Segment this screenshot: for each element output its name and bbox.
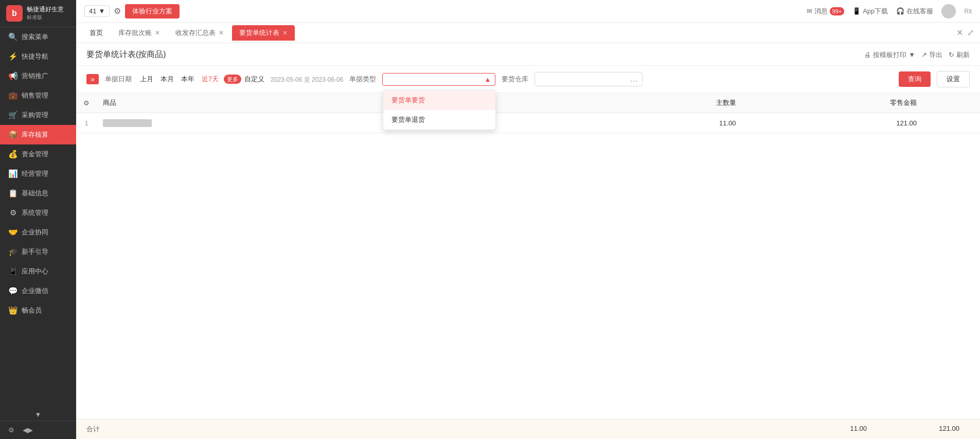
data-table-wrap: ⚙ 商品 主计量单位 主数量 零售金额 1 ██████ 块 11.00 121… [76, 93, 980, 419]
sidebar-item-guide[interactable]: 🎓新手引导 [0, 242, 76, 262]
company-selector[interactable]: 41 ▼ [84, 5, 110, 17]
summary-amount: 121.00 [918, 425, 959, 434]
sidebar-label-marketing: 营销推广 [22, 71, 48, 81]
main-area: 41 ▼ ⚙ 体验行业方案 ✉ 消息 99+ 📱 App下载 🎧 在线客服 Ri… [76, 0, 980, 439]
sidebar-item-finance[interactable]: 💰资金管理 [0, 144, 76, 164]
tab-close-3[interactable]: ✕ [282, 29, 288, 36]
warehouse-filter-label: 要货仓库 [502, 75, 528, 84]
row-product-0: ██████ [97, 113, 381, 133]
type-filter-arrow-icon[interactable]: ▲ [485, 76, 491, 83]
table-row: 1 ██████ 块 11.00 121.00 [76, 113, 980, 133]
sidebar-menu: 🔍搜索菜单⚡快捷导航📢营销推广💼销售管理🛒采购管理📦库存核算💰资金管理📊经营管理… [0, 27, 76, 409]
sidebar-item-search[interactable]: 🔍搜索菜单 [0, 27, 76, 47]
warehouse-filter-input[interactable]: … [534, 72, 643, 86]
type-filter-input-wrap: ▲ 要货单要货要货单退货 [382, 73, 495, 86]
row-amount-0: 121.00 [742, 113, 923, 133]
export-label: 导出 [929, 50, 942, 60]
avatar[interactable] [941, 4, 956, 19]
sidebar-label-wechat: 企业微信 [22, 286, 48, 296]
sidebar-label-inventory: 库存核算 [22, 130, 48, 139]
search-icon: 🔍 [8, 32, 17, 42]
sidebar-item-sales[interactable]: 💼销售管理 [0, 86, 76, 105]
date-option-this-month[interactable]: 本月 [158, 74, 176, 85]
dropdown-item-0[interactable]: 要货单要货 [383, 90, 495, 110]
more-icon[interactable]: … [630, 75, 638, 84]
date-option-this-year[interactable]: 本年 [179, 74, 197, 85]
page-header: 要货单统计表(按商品) 🖨 按模板打印 ▼ ↗ 导出 ↻ 刷新 [76, 43, 980, 66]
sales-icon: 💼 [8, 91, 17, 100]
summary-quantity: 11.00 [826, 425, 867, 434]
message-label: 消息 [814, 7, 828, 16]
set-button[interactable]: 设置 [937, 71, 970, 87]
refresh-action[interactable]: ↻ 刷新 [949, 50, 970, 60]
warehouse-input[interactable] [539, 76, 626, 83]
sidebar-item-operation[interactable]: 📊经营管理 [0, 164, 76, 184]
logo-icon: b [6, 5, 23, 22]
tab-expand-icon[interactable]: ⤢ [967, 28, 974, 38]
query-button[interactable]: 查询 [899, 71, 931, 87]
sidebar-item-wechat[interactable]: 💬企业微信 [0, 281, 76, 301]
sidebar-item-appstore[interactable]: 📱应用中心 [0, 262, 76, 281]
date-option-last-month[interactable]: 上月 [138, 74, 155, 85]
tab-close-all-icon[interactable]: ✕ [956, 28, 963, 38]
topbar-settings-icon[interactable]: ⚙ [114, 6, 121, 16]
sidebar-item-inventory[interactable]: 📦库存核算 [0, 125, 76, 144]
sidebar-item-quick-nav[interactable]: ⚡快捷导航 [0, 47, 76, 66]
sidebar-item-system[interactable]: ⚙系统管理 [0, 203, 76, 223]
tab-2[interactable]: 收发存汇总表 ✕ [168, 25, 231, 41]
col-settings[interactable]: ⚙ [76, 93, 97, 113]
tab-close-1[interactable]: ✕ [155, 29, 160, 36]
tab-label-0: 首页 [90, 28, 103, 38]
purchase-icon: 🛒 [8, 111, 17, 120]
export-icon: ↗ [921, 51, 927, 59]
finance-icon: 💰 [8, 150, 17, 159]
sidebar-label-sales: 销售管理 [22, 91, 48, 100]
export-action[interactable]: ↗ 导出 [921, 50, 942, 60]
sidebar-item-member[interactable]: 👑畅会员 [0, 301, 76, 320]
sidebar-label-basic: 基础信息 [22, 189, 48, 198]
sidebar-label-member: 畅会员 [22, 306, 42, 315]
sidebar-settings-icon[interactable]: ⚙ [8, 426, 14, 434]
message-item[interactable]: ✉ 消息 99+ [807, 7, 845, 16]
date-filter-label: 单据日期 [105, 75, 132, 84]
sidebar-label-search: 搜索菜单 [22, 32, 48, 42]
sidebar-collapse-icon[interactable]: ◀▶ [23, 426, 33, 434]
trial-button[interactable]: 体验行业方案 [125, 4, 180, 19]
system-icon: ⚙ [8, 208, 17, 217]
wechat-icon: 💬 [8, 286, 17, 296]
summary-row: 合计 11.00 121.00 [76, 419, 980, 439]
sidebar-scroll-down[interactable]: ▼ [0, 409, 76, 420]
sidebar-item-enterprise[interactable]: 🤝企业协同 [0, 223, 76, 242]
topbar: 41 ▼ ⚙ 体验行业方案 ✉ 消息 99+ 📱 App下载 🎧 在线客服 Ri… [76, 0, 980, 23]
date-more-badge[interactable]: 更多 [224, 75, 241, 84]
type-dropdown: 要货单要货要货单退货 [383, 90, 496, 130]
refresh-label: 刷新 [956, 50, 970, 60]
dropdown-item-1[interactable]: 要货单退货 [383, 110, 495, 130]
online-service-item[interactable]: 🎧 在线客服 [896, 7, 933, 16]
tab-1[interactable]: 库存批次账 ✕ [111, 25, 167, 41]
tab-close-2[interactable]: ✕ [219, 29, 224, 36]
logo-name: 畅捷通好生意 [27, 6, 64, 14]
app-download-item[interactable]: 📱 App下载 [852, 7, 888, 16]
col-product: 商品 [97, 93, 381, 113]
sidebar-label-finance: 资金管理 [22, 150, 48, 159]
print-action[interactable]: 🖨 按模板打印 ▼ [864, 50, 915, 60]
tab-0[interactable]: 首页 [82, 25, 110, 41]
tab-3[interactable]: 要货单统计表 ✕ [232, 25, 295, 41]
operation-icon: 📊 [8, 169, 17, 178]
refresh-icon: ↻ [949, 51, 954, 59]
date-option-7days[interactable]: 近7天 [200, 74, 221, 85]
guide-icon: 🎓 [8, 247, 17, 257]
sidebar-item-purchase[interactable]: 🛒采购管理 [0, 105, 76, 125]
sidebar-item-basic[interactable]: 📋基础信息 [0, 184, 76, 203]
tab-label-2: 收发存汇总表 [175, 28, 216, 38]
sidebar-item-marketing[interactable]: 📢营销推广 [0, 66, 76, 86]
content-area: 要货单统计表(按商品) 🖨 按模板打印 ▼ ↗ 导出 ↻ 刷新 [76, 43, 980, 439]
date-options-group: 上月 本月 本年 近7天 更多 自定义 [138, 74, 264, 85]
type-filter-input[interactable] [387, 76, 484, 83]
sidebar-label-appstore: 应用中心 [22, 267, 48, 276]
print-arrow-icon: ▼ [908, 51, 915, 59]
date-option-custom[interactable]: 自定义 [244, 75, 264, 84]
filter-expand-button[interactable]: » [86, 74, 99, 84]
tab-label-1: 库存批次账 [118, 28, 152, 38]
